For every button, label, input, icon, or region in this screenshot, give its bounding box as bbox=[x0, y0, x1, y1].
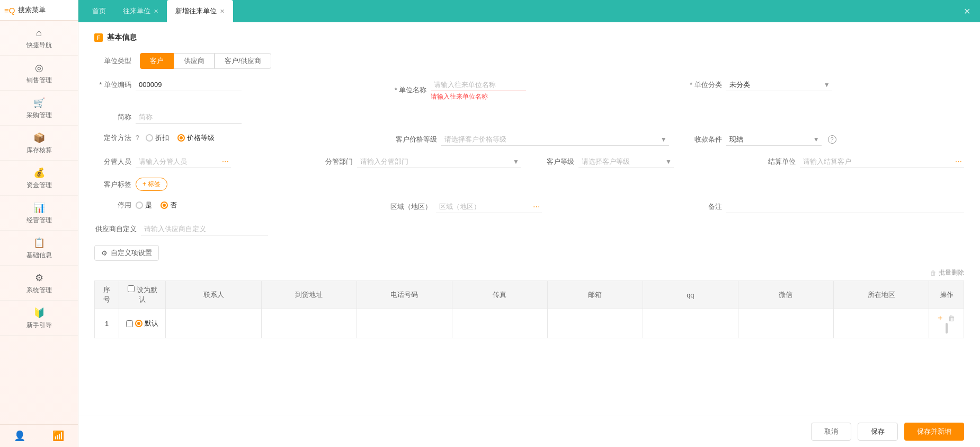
unit-name-error: 请输入往来单位名称 bbox=[431, 92, 526, 101]
phone-input[interactable] bbox=[362, 320, 447, 328]
tab-new-partner-close[interactable]: ✕ bbox=[220, 8, 225, 15]
unit-category-label: * 单位分类 bbox=[685, 80, 722, 90]
unit-category-arrow[interactable]: ▼ bbox=[822, 81, 832, 89]
tag-add-button[interactable]: + 标签 bbox=[136, 178, 167, 191]
radio-price-level[interactable]: 价格等级 bbox=[177, 133, 215, 143]
payment-terms-arrow[interactable]: ▼ bbox=[811, 136, 822, 143]
home-icon: ⌂ bbox=[33, 27, 45, 39]
tab-home[interactable]: 首页 bbox=[84, 0, 114, 22]
tab-partner-close[interactable]: ✕ bbox=[154, 8, 158, 15]
row-region-input[interactable] bbox=[839, 320, 923, 328]
cell-contact[interactable] bbox=[166, 309, 261, 338]
qq-input[interactable] bbox=[648, 320, 733, 328]
cell-fax[interactable] bbox=[452, 309, 547, 338]
unit-name-input[interactable] bbox=[431, 78, 526, 91]
row-add-btn[interactable]: + bbox=[936, 313, 944, 322]
col-email: 邮箱 bbox=[547, 281, 643, 309]
footer: 取消 保存 保存并新增 bbox=[78, 416, 980, 447]
radio-no[interactable]: 否 bbox=[161, 200, 177, 210]
contact-input[interactable] bbox=[171, 320, 255, 328]
tab-bar: 首页 往来单位 ✕ 新增往来单位 ✕ ✕ bbox=[78, 0, 980, 22]
unit-code-input[interactable] bbox=[136, 78, 242, 91]
region-more-btn[interactable]: ··· bbox=[531, 202, 542, 212]
cell-email[interactable] bbox=[547, 309, 643, 338]
dept-arrow[interactable]: ▼ bbox=[511, 158, 521, 165]
radio-discount[interactable]: 折扣 bbox=[146, 133, 169, 143]
settlement-unit-input[interactable] bbox=[800, 155, 953, 168]
customer-level-arrow[interactable]: ▼ bbox=[663, 158, 674, 165]
col-region: 所在地区 bbox=[834, 281, 929, 309]
row-abbr: 简称 bbox=[94, 111, 964, 124]
tab-new-partner[interactable]: 新增往来单位 ✕ bbox=[167, 0, 233, 22]
row-checkbox[interactable] bbox=[126, 320, 133, 327]
region-label: 区域（地区） bbox=[389, 202, 432, 212]
field-region: 区域（地区） ··· bbox=[389, 200, 669, 213]
sidebar-item-quick-nav[interactable]: ⌂ 快捷导航 bbox=[0, 21, 78, 56]
cell-wechat[interactable] bbox=[738, 309, 833, 338]
manager-more-btn[interactable]: ··· bbox=[220, 157, 231, 166]
row-disabled-region: 停用 是 否 区域（地区） ··· bbox=[94, 200, 964, 213]
type-btn-both[interactable]: 客户/供应商 bbox=[215, 53, 271, 69]
select-all-checkbox[interactable] bbox=[128, 285, 135, 292]
batch-delete-label[interactable]: 批量删除 bbox=[939, 268, 964, 277]
manager-input[interactable] bbox=[136, 155, 220, 168]
disabled-radio-group: 是 否 bbox=[136, 200, 177, 210]
table-header-row: 序号 设为默认 联系人 到货地址 电话号码 传真 邮箱 qq 微信 所在地区 操… bbox=[95, 281, 964, 309]
cell-phone[interactable] bbox=[357, 309, 452, 338]
pricing-help-icon[interactable]: ? bbox=[136, 134, 139, 142]
dept-input[interactable] bbox=[357, 155, 511, 168]
main-area: 首页 往来单位 ✕ 新增往来单位 ✕ ✕ F 基本信息 单位类型 客户 供应商 … bbox=[78, 0, 980, 447]
remark-input[interactable] bbox=[726, 200, 964, 213]
col-contact: 联系人 bbox=[166, 281, 261, 309]
search-icon: ≡Q bbox=[4, 6, 15, 15]
cell-qq[interactable] bbox=[643, 309, 738, 338]
email-input[interactable] bbox=[553, 320, 637, 328]
custom-settings-button[interactable]: ⚙ 自定义项设置 bbox=[94, 245, 159, 261]
fax-input[interactable] bbox=[458, 320, 542, 328]
sidebar-user-icon[interactable]: 👤 bbox=[14, 430, 25, 442]
unit-category-input[interactable] bbox=[726, 78, 822, 91]
cell-address[interactable] bbox=[261, 309, 357, 338]
sidebar-expand-icon[interactable]: 📶 bbox=[52, 430, 64, 442]
customer-level-label: 客户等级 bbox=[537, 157, 574, 166]
sidebar-item-purchase[interactable]: 🛒 采购管理 bbox=[0, 91, 78, 126]
cell-region[interactable] bbox=[834, 309, 929, 338]
payment-terms-input[interactable] bbox=[726, 133, 811, 145]
type-btn-supplier[interactable]: 供应商 bbox=[174, 53, 215, 69]
abbr-label: 简称 bbox=[94, 112, 131, 122]
abbr-input[interactable] bbox=[136, 111, 242, 124]
radio-yes[interactable]: 是 bbox=[136, 200, 152, 210]
sidebar-item-inventory[interactable]: 📦 库存核算 bbox=[0, 126, 78, 161]
type-btn-customer[interactable]: 客户 bbox=[140, 53, 174, 69]
payment-terms-help[interactable]: ? bbox=[828, 135, 836, 144]
sidebar-item-label: 新手引导 bbox=[26, 321, 52, 330]
row-drag-handle[interactable] bbox=[946, 323, 948, 334]
save-new-button[interactable]: 保存并新增 bbox=[904, 423, 964, 441]
row-delete-btn[interactable]: 🗑 bbox=[946, 314, 957, 322]
field-pricing-method: 定价方法 ? 折扣 价格等级 bbox=[94, 133, 373, 143]
settlement-unit-more-btn[interactable]: ··· bbox=[953, 157, 964, 166]
tab-partner[interactable]: 往来单位 ✕ bbox=[114, 0, 167, 22]
col-index: 序号 bbox=[95, 281, 119, 309]
price-level-arrow[interactable]: ▼ bbox=[658, 136, 669, 143]
sidebar-search[interactable]: ≡Q 搜索菜单 bbox=[0, 0, 78, 21]
row-default-radio[interactable]: 默认 bbox=[135, 319, 158, 328]
sidebar-item-system[interactable]: ⚙ 系统管理 bbox=[0, 266, 78, 301]
supplier-custom-input[interactable] bbox=[141, 223, 268, 235]
save-button[interactable]: 保存 bbox=[858, 423, 898, 441]
batch-delete-area: 🗑 批量删除 bbox=[94, 268, 964, 277]
finance-icon: 💰 bbox=[33, 167, 45, 179]
address-input[interactable] bbox=[267, 320, 351, 328]
tab-bar-close-btn[interactable]: ✕ bbox=[959, 4, 975, 19]
sidebar-item-sales[interactable]: ◎ 销售管理 bbox=[0, 56, 78, 91]
cell-action: + 🗑 bbox=[929, 309, 964, 338]
sidebar-item-guide[interactable]: 🔰 新手引导 bbox=[0, 301, 78, 336]
cancel-button[interactable]: 取消 bbox=[811, 423, 851, 441]
sidebar-item-finance[interactable]: 💰 资金管理 bbox=[0, 161, 78, 196]
customer-price-level-input[interactable] bbox=[441, 133, 658, 145]
customer-level-input[interactable] bbox=[578, 155, 663, 168]
sidebar-item-basic[interactable]: 📋 基础信息 bbox=[0, 231, 78, 266]
region-input[interactable] bbox=[436, 200, 531, 213]
wechat-input[interactable] bbox=[744, 320, 828, 328]
sidebar-item-operation[interactable]: 📊 经营管理 bbox=[0, 196, 78, 231]
